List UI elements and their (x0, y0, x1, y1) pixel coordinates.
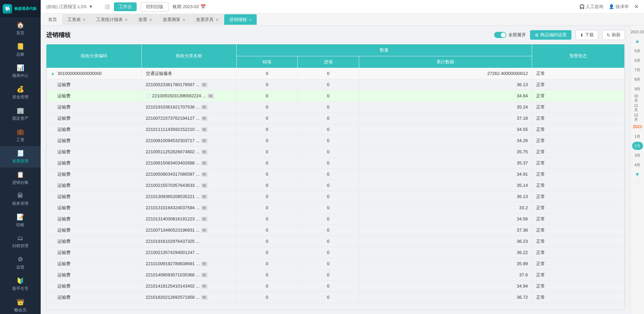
month-7[interactable]: 7月 (632, 66, 643, 74)
table-row[interactable]: 运输费 22101419125410143402 ...吨 0 0 34.94 … (46, 280, 625, 292)
month-11[interactable]: 11月 (632, 104, 643, 112)
tab-invoice-calc[interactable]: 发票测算 ✕ (158, 14, 190, 25)
page-title: 进销稽核 (46, 31, 71, 39)
sidebar-item-capital-mgmt[interactable]: 💰 资金管理 (0, 82, 41, 103)
tab-close-icon[interactable]: ✕ (249, 18, 252, 22)
month-12[interactable]: 12月 (632, 113, 643, 121)
sidebar-item-general-ledger[interactable]: 📒 总账 (0, 39, 41, 61)
table-row[interactable]: 运输费 22101910361921707536 ...吨 0 0 35.24 … (46, 101, 625, 113)
nav-down-button[interactable]: ▼ (633, 170, 642, 179)
table-row[interactable]: 运输费 22101310194324037594 ...吨 0 0 33.2 正… (46, 202, 625, 213)
sidebar-item-report-center[interactable]: 📊 报表中心 (0, 61, 41, 82)
settings-button[interactable]: ⚙ 商品编码设置 (530, 30, 571, 40)
tab-salary-report[interactable]: 工资统计报表 ✕ (91, 14, 133, 25)
status-cell: 正常 (532, 113, 625, 124)
status-cell: 正常 (532, 180, 625, 191)
month-5[interactable]: 5月 (632, 47, 643, 55)
data-table-wrapper[interactable]: 税收分类编码 税收分类名称 数量 预警状态 销项 进项 累计数额 (46, 44, 625, 310)
sidebar-item-fixed-assets[interactable]: 🏢 固定资产 (0, 103, 41, 125)
sales-cell: 0 (236, 292, 298, 303)
table-row[interactable]: 运输费 22101916102976437325 ... 0 0 36.23 正… (46, 236, 625, 247)
sales-cell: 0 (236, 68, 298, 79)
tab-close-icon[interactable]: ✕ (149, 18, 152, 22)
workbench-button[interactable]: 工作台 (114, 2, 137, 11)
refresh-button[interactable]: ↻ 刷新 (602, 30, 625, 40)
table-row[interactable]: 运输费 22100511252826674802 ...吨 0 0 35.75 … (46, 146, 625, 157)
unit-tag: 吨 (201, 217, 208, 221)
sales-cell: 0 (236, 135, 298, 146)
sidebar-item-home[interactable]: 🏠 首页 (0, 18, 41, 39)
tab-invoice[interactable]: 发票 ✕ (133, 14, 157, 25)
table-row[interactable]: 运输费 22100721573762194127 ...吨 0 0 37.18 … (46, 113, 625, 124)
table-row[interactable]: 运输费 22101309365208535221 ...吨 0 0 36.13 … (46, 191, 625, 202)
expand-toggle[interactable]: 全部展开 (494, 32, 526, 38)
sidebar-item-settlement[interactable]: 📝 结账 (0, 210, 41, 231)
tab-close-icon[interactable]: ✕ (182, 18, 185, 22)
purchase-cell: 0 (298, 135, 359, 146)
table-row[interactable]: 运输费 22101111143592152210 ...吨 0 0 34.55 … (46, 124, 625, 135)
download-button[interactable]: ⬇ 下载 (575, 30, 598, 40)
close-button[interactable]: ✕ (634, 3, 639, 10)
table-row[interactable]: 运输费 22100213574294001247 ... 0 0 36.22 正… (46, 247, 625, 258)
table-row[interactable]: ▲ 301000000000000000 交通运输服务 0 0 27262.40… (46, 68, 625, 79)
switch-version-button[interactable]: 切到旧版 (141, 2, 169, 12)
tab-close-icon[interactable]: ✕ (125, 18, 128, 22)
table-row[interactable]: 运输费 22100713490523196931 ...吨 0 0 37.38 … (46, 224, 625, 236)
tax-code-sub-value: 22100511252826674802 ... (146, 149, 200, 154)
sidebar-item-salary[interactable]: 💼 工资 (0, 125, 41, 146)
month-10[interactable]: 10月 (632, 94, 643, 102)
month-9[interactable]: 9月 (632, 85, 643, 93)
status-cell: 正常 (532, 224, 625, 236)
sidebar-item-archive[interactable]: 🗂 归档管理 (0, 231, 41, 252)
copy-icon[interactable]: ⬜ (104, 4, 110, 9)
table-row[interactable]: 运输费 22100810094532303717 ...吨 0 0 34.26 … (46, 135, 625, 146)
year-2023[interactable]: 2023 (632, 123, 643, 131)
tab-close-icon[interactable]: ✕ (216, 18, 218, 22)
table-row[interactable]: 运输费 22100215570357643633 ...吨 0 0 35.14 … (46, 180, 625, 191)
tab-home[interactable]: 首页 (43, 15, 62, 25)
tab-salary[interactable]: 工资表 ✕ (62, 14, 91, 25)
cumulative-cell: 34.56 (359, 213, 532, 224)
sub-name-cell: 运输费 (46, 135, 141, 146)
sidebar-item-settings[interactable]: ⚙ 设置 (0, 252, 41, 274)
month-8[interactable]: 8月 (632, 75, 643, 83)
month-2[interactable]: 2月 (632, 142, 643, 150)
table-row[interactable]: 运输费 22101314030816191223 ...吨 0 0 34.56 … (46, 213, 625, 224)
sidebar-item-purchase-sale[interactable]: 📋 进销台账 (0, 168, 41, 189)
company-selector[interactable]: (勿动) 江西报宝-LSS ▼ (46, 4, 100, 10)
month-4[interactable]: 4月 (632, 161, 643, 169)
sidebar-item-tax-mgmt[interactable]: 🏛 税务管理 (0, 189, 41, 210)
sidebar-item-new-guide[interactable]: 🔰 新手引导 (0, 274, 41, 295)
table-row[interactable]: 运输费 22100509034317086587 ...吨 0 0 34.91 … (46, 169, 625, 180)
sales-cell: 0 (236, 101, 298, 113)
purchase-cell: 0 (298, 146, 359, 157)
tab-invoice-reconcile[interactable]: 进销稽核 ✕ (224, 14, 257, 25)
tab-invoice-open[interactable]: 发票开具 ✕ (191, 14, 223, 25)
tab-close-icon[interactable]: ✕ (83, 18, 85, 22)
toggle-track[interactable] (494, 32, 506, 38)
month-3[interactable]: 3月 (632, 151, 643, 159)
sub-name-cell: 运输费 (46, 90, 141, 101)
tax-code-sub-value: 22101310194324037594 ... (146, 205, 200, 210)
nav-up-button[interactable]: ▲ (633, 37, 642, 45)
table-row[interactable]: 运输费 22100615083403402688 ...吨 0 0 35.37 … (46, 157, 625, 169)
month-1[interactable]: 1月 (632, 132, 643, 140)
table-row[interactable]: 运输费 22101009192789838691 ...吨 0 0 35.99 … (46, 258, 625, 269)
customer-service-button[interactable]: 🎧 人工咨询 (579, 4, 604, 10)
table-row[interactable]: 运输费 📄22100915031396592224 ...吨 0 0 34.84… (46, 90, 625, 101)
sidebar-item-invoice-mgmt[interactable]: 🧾 发票管理 (0, 146, 41, 168)
collapse-icon[interactable]: ▲ (51, 71, 55, 76)
table-row[interactable]: 运输费 22101408593571035366 ...吨 0 0 37.6 正… (46, 269, 625, 280)
table-row[interactable]: 运输费 22101820212692571958 ...吨 0 0 36.72 … (46, 292, 625, 303)
user-avatar[interactable]: 👤 徐泽华 (609, 4, 629, 10)
calendar-icon[interactable]: 📅 (200, 4, 206, 9)
unit-tag: 吨 (201, 150, 208, 154)
logo-text: 畅捷通易代账 (14, 6, 37, 11)
sub-name-cell: 运输费 (46, 247, 141, 258)
reconcile-table: 税收分类编码 税收分类名称 数量 预警状态 销项 进项 累计数额 (46, 44, 625, 303)
tab-label: 发票测算 (163, 17, 180, 23)
sidebar-item-vip[interactable]: 👑 畅会员 (0, 295, 41, 314)
tax-code-sub-value: 22101916102976437325 ... (146, 239, 200, 244)
table-row[interactable]: 运输费 22100523381780176567 ...吨 0 0 36.13 … (46, 79, 625, 90)
month-6[interactable]: 6月 (632, 56, 643, 64)
